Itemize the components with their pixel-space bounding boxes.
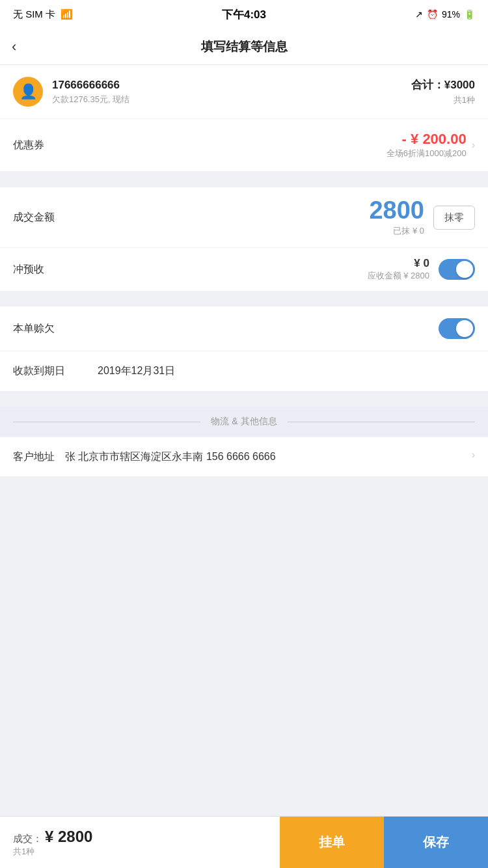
footer-info: 成交： ¥ 2800 共1种 xyxy=(0,817,280,868)
divider3 xyxy=(0,399,488,407)
deal-amount-row: 成交金额 2800 已抹 ¥ 0 抹零 xyxy=(0,187,488,247)
save-button[interactable]: 保存 xyxy=(384,817,488,868)
wifi-icon: 📶 xyxy=(61,8,73,20)
address-section: 客户地址 张 北京市市辖区海淀区永丰南 156 6666 6666 › xyxy=(0,437,488,476)
customer-sub: 欠款1276.35元, 现结 xyxy=(52,94,411,105)
battery-icon: 🔋 xyxy=(464,9,475,20)
page-title: 填写结算等信息 xyxy=(201,38,288,55)
divider2 xyxy=(0,299,488,306)
title-line-left xyxy=(13,422,200,422)
bendan-row: 本单赊欠 xyxy=(0,306,488,351)
no-sim-label: 无 SIM 卡 xyxy=(13,8,55,21)
status-time: 下午4:03 xyxy=(222,7,266,22)
address-value: 张 北京市市辖区海淀区永丰南 156 6666 6666 xyxy=(65,449,467,465)
deal-number: 2800 xyxy=(72,198,424,223)
battery-level: 91% xyxy=(442,9,460,20)
bendan-toggle[interactable] xyxy=(439,318,475,339)
total-amount: 合计：¥3000 xyxy=(411,77,475,92)
round-button[interactable]: 抹零 xyxy=(433,206,475,230)
deal-label: 成交金额 xyxy=(13,211,72,224)
address-chevron-icon: › xyxy=(472,449,475,461)
deal-amount-block: 2800 已抹 ¥ 0 xyxy=(72,198,424,237)
total-sub: 共1种 xyxy=(411,94,475,106)
section-title: 物流 & 其他信息 xyxy=(211,416,277,427)
coupon-label: 优惠券 xyxy=(13,139,65,152)
customer-phone: 17666666666 xyxy=(52,79,411,92)
status-bar: 无 SIM 卡 📶 下午4:03 ↗ ⏰ 91% 🔋 xyxy=(0,0,488,29)
hang-button[interactable]: 挂单 xyxy=(280,817,384,868)
back-button[interactable]: ‹ xyxy=(12,38,16,55)
avatar: 👤 xyxy=(13,77,43,107)
chong-yushou-values: ¥ 0 应收金额 ¥ 2800 xyxy=(72,257,429,282)
due-date-row: 收款到期日 2019年12月31日 xyxy=(0,351,488,391)
avatar-icon: 👤 xyxy=(20,83,37,100)
section-title-bar: 物流 & 其他信息 xyxy=(0,407,488,437)
bendan-section: 本单赊欠 收款到期日 2019年12月31日 xyxy=(0,306,488,391)
coupon-chevron-icon: › xyxy=(472,139,475,151)
location-icon: ↗ xyxy=(415,9,423,20)
alarm-icon: ⏰ xyxy=(427,9,438,20)
customer-section: 👤 17666666666 欠款1276.35元, 现结 合计：¥3000 共1… xyxy=(0,65,488,171)
footer: 成交： ¥ 2800 共1种 挂单 保存 xyxy=(0,816,488,868)
address-label: 客户地址 xyxy=(13,449,65,464)
due-date-label: 收款到期日 xyxy=(13,364,91,378)
footer-deal-label: 成交： xyxy=(13,833,42,845)
due-date-value: 2019年12月31日 xyxy=(91,364,475,378)
status-right: ↗ ⏰ 91% 🔋 xyxy=(415,9,475,20)
customer-row: 👤 17666666666 欠款1276.35元, 现结 合计：¥3000 共1… xyxy=(0,65,488,118)
address-row[interactable]: 客户地址 张 北京市市辖区海淀区永丰南 156 6666 6666 › xyxy=(0,437,488,476)
divider1 xyxy=(0,179,488,187)
coupon-amount: - ¥ 200.00 xyxy=(65,131,467,148)
coupon-value: - ¥ 200.00 全场6折满1000减200 xyxy=(65,131,467,159)
customer-total: 合计：¥3000 共1种 xyxy=(411,77,475,106)
deal-sub: 已抹 ¥ 0 xyxy=(72,225,424,237)
chong-yushou-sub: 应收金额 ¥ 2800 xyxy=(72,270,429,282)
nav-bar: ‹ 填写结算等信息 xyxy=(0,29,488,65)
footer-deal-amount: ¥ 2800 xyxy=(45,828,92,846)
title-line-right xyxy=(288,422,475,422)
coupon-desc: 全场6折满1000减200 xyxy=(65,148,467,159)
status-left: 无 SIM 卡 📶 xyxy=(13,8,73,21)
footer-sub: 共1种 xyxy=(13,846,267,858)
bottom-gray-area xyxy=(0,484,488,575)
chong-yushou-label: 冲预收 xyxy=(13,263,72,277)
chong-yushou-row: 冲预收 ¥ 0 应收金额 ¥ 2800 xyxy=(0,247,488,291)
coupon-row[interactable]: 优惠券 - ¥ 200.00 全场6折满1000减200 › xyxy=(0,118,488,171)
customer-info: 17666666666 欠款1276.35元, 现结 xyxy=(52,79,411,105)
bendan-label: 本单赊欠 xyxy=(13,322,91,336)
chong-yushou-toggle[interactable] xyxy=(439,259,475,280)
chong-yushou-amount: ¥ 0 xyxy=(72,257,429,270)
deal-section: 成交金额 2800 已抹 ¥ 0 抹零 冲预收 ¥ 0 应收金额 ¥ 2800 xyxy=(0,187,488,291)
